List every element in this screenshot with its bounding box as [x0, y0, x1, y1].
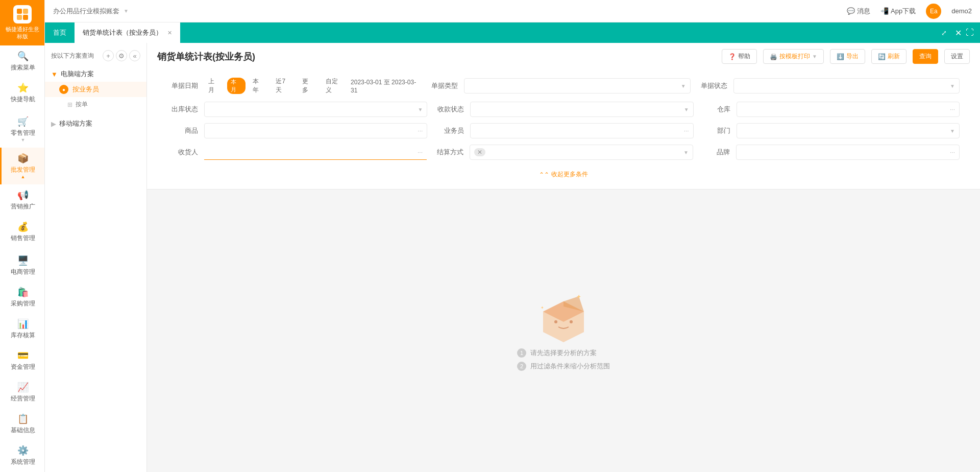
star-icon: ⭐ — [17, 82, 29, 93]
sidebar-item-search-label: 搜索菜单 — [11, 63, 35, 72]
user-avatar[interactable]: Ea — [926, 4, 941, 19]
query-btn[interactable]: 查询 — [913, 49, 938, 64]
tab-home[interactable]: 首页 — [45, 22, 75, 43]
goods-control[interactable]: ··· — [204, 123, 427, 138]
date-tab-current-month[interactable]: 本月 — [227, 78, 246, 94]
warehouse-dots: ··· — [950, 106, 955, 113]
settle-close[interactable]: ✕ — [477, 149, 482, 156]
svg-point-9 — [554, 320, 557, 323]
sidebar-item-basic-info[interactable]: 📋 基础信息 — [0, 408, 45, 440]
basic-info-icon: 📋 — [17, 413, 29, 424]
sidebar-item-sales-label: 销售管理 — [11, 234, 35, 243]
sidebar-item-quick-nav[interactable]: ⭐ 快捷导航 — [0, 77, 45, 109]
breadcrumb-chevron[interactable]: ▼ — [124, 8, 129, 14]
sidebar-item-retail-label: 零售管理 — [11, 129, 35, 137]
export-btn[interactable]: ⬇️ 导出 — [830, 49, 865, 64]
sales-stat-tab-label: 销货单统计表（按业务员） — [83, 28, 162, 37]
filter-row-2: 出库状态 ▼ 收款状态 ▼ 仓库 ··· — [167, 102, 960, 117]
tab-bar: 首页 销货单统计表（按业务员） ✕ ⤢ ✕ ⛶ — [45, 22, 980, 43]
svg-rect-3 — [23, 15, 28, 20]
doc-status-control[interactable]: ▼ — [733, 78, 960, 93]
sidebar-item-inventory[interactable]: 📊 库存核算 — [0, 313, 45, 345]
export-label: 导出 — [846, 52, 859, 61]
settle-chevron: ▼ — [683, 150, 689, 155]
sidebar-item-system[interactable]: ⚙️ 系统管理 — [0, 440, 45, 471]
sidebar: 畅捷通好生意 标版 🔍 搜索菜单 ⭐ 快捷导航 🛒 零售管理 ▼ 📦 批发管理 … — [0, 0, 45, 472]
scheme-section-mobile: ▶ 移动端方案 — [45, 114, 146, 133]
collapse-panel-btn[interactable]: « — [129, 50, 140, 61]
sidebar-item-sales[interactable]: 💰 销售管理 — [0, 216, 45, 248]
help-label: 帮助 — [738, 52, 750, 61]
scheme-group-mobile[interactable]: ▶ 移动端方案 — [45, 116, 146, 131]
tab-close-icon[interactable]: ✕ — [167, 30, 172, 36]
sidebar-item-wholesale[interactable]: 📦 批发管理 ▲ — [0, 148, 45, 184]
help-btn[interactable]: ❓ 帮助 — [722, 49, 757, 64]
tab-expand-btn[interactable]: ⤢ — [935, 29, 953, 37]
refresh-btn[interactable]: 🔄 刷新 — [871, 49, 906, 64]
date-label: 单据日期 — [167, 81, 198, 90]
collect-status-label: 收款状态 — [433, 105, 464, 114]
filter-area: 单据日期 上月 本月 本年 近7天 更多 自定义 2023-03-01 至 20… — [157, 70, 970, 189]
consignee-control[interactable]: ··· — [204, 145, 427, 160]
date-tab-current-year[interactable]: 本年 — [249, 76, 268, 96]
scheme-group-desktop[interactable]: ▼ 电脑端方案 — [45, 66, 146, 82]
settings-scheme-btn[interactable]: ⚙ — [116, 50, 127, 61]
empty-text-group: 1 请先选择要分析的方案 2 用过滤条件来缩小分析范围 — [517, 348, 610, 371]
doc-type-label: 单据类型 — [427, 81, 458, 90]
print-btn[interactable]: 🖨️ 按模板打印 ▼ — [763, 49, 824, 64]
page-title: 销货单统计表(按业务员) — [157, 51, 255, 63]
by-staff-label: 按业务员 — [72, 85, 99, 94]
page-actions: ❓ 帮助 🖨️ 按模板打印 ▼ ⬇️ 导出 � — [722, 49, 970, 64]
svg-rect-2 — [17, 15, 22, 20]
sidebar-item-operations[interactable]: 📈 经营管理 — [0, 376, 45, 408]
collapse-btn[interactable]: ⌃⌃ 收起更多条件 — [533, 168, 594, 181]
wholesale-icon: 📦 — [17, 153, 29, 164]
doc-type-control[interactable]: ▼ — [464, 78, 690, 93]
by-staff-icon: ● — [59, 85, 68, 94]
tab-bar-fullscreen-icon[interactable]: ⛶ — [966, 28, 974, 38]
sidebar-item-basic-info-label: 基础信息 — [11, 426, 35, 435]
warehouse-control[interactable]: ··· — [737, 102, 960, 117]
sidebar-item-marketing[interactable]: 📢 营销推广 — [0, 184, 45, 216]
out-status-label: 出库状态 — [167, 105, 198, 114]
sidebar-item-purchase[interactable]: 🛍️ 采购管理 — [0, 281, 45, 313]
date-tab-last-7[interactable]: 近7天 — [272, 76, 295, 96]
brand-control[interactable]: ··· — [736, 145, 960, 160]
right-panel: 销货单统计表(按业务员) ❓ 帮助 🖨️ 按模板打印 ▼ ⬇️ — [147, 43, 980, 472]
collect-status-chevron: ▼ — [684, 107, 689, 112]
top-header-left: 办公用品行业模拟账套 ▼ — [53, 7, 129, 16]
top-header: 办公用品行业模拟账套 ▼ 💬 消息 📲 App下载 Ea demo2 — [45, 0, 980, 22]
sidebar-item-retail[interactable]: 🛒 零售管理 ▼ — [0, 111, 45, 148]
svg-rect-1 — [23, 9, 28, 14]
page-title-row: 销货单统计表(按业务员) ❓ 帮助 🖨️ 按模板打印 ▼ ⬇️ — [157, 49, 970, 64]
scheme-section-desktop: ▼ 电脑端方案 ● 按业务员 ⊞ 按单 — [45, 64, 146, 114]
settle-control[interactable]: ✕ ▼ — [470, 145, 693, 160]
sidebar-item-marketing-label: 营销推广 — [11, 202, 35, 211]
search-icon: 🔍 — [17, 51, 29, 62]
dept-control[interactable]: ▼ — [737, 123, 960, 138]
tab-sales-stat[interactable]: 销货单统计表（按业务员） ✕ — [75, 22, 180, 43]
purchase-icon: 🛍️ — [17, 287, 29, 298]
date-tab-custom[interactable]: 自定义 — [322, 76, 348, 96]
staff-control[interactable]: ··· — [470, 123, 693, 138]
message-action[interactable]: 💬 消息 — [847, 7, 870, 16]
collect-status-control[interactable]: ▼ — [470, 102, 693, 117]
scheme-item-by-staff[interactable]: ● 按业务员 — [45, 82, 146, 97]
out-status-control[interactable]: ▼ — [204, 102, 427, 117]
settings-filter-btn[interactable]: 设置 — [944, 49, 970, 64]
app-download-action[interactable]: 📲 App下载 — [880, 7, 916, 16]
sidebar-item-finance[interactable]: 💳 资金管理 — [0, 345, 45, 376]
date-range: 2023-03-01 至 2023-03-31 — [351, 78, 421, 94]
add-scheme-btn[interactable]: + — [103, 50, 114, 61]
username[interactable]: demo2 — [951, 7, 972, 15]
sidebar-item-ecommerce[interactable]: 🖥️ 电商管理 — [0, 250, 45, 281]
sidebar-item-search[interactable]: 🔍 搜索菜单 — [0, 45, 45, 77]
tab-bar-close-icon[interactable]: ✕ — [955, 28, 962, 38]
date-tab-last-month[interactable]: 上月 — [204, 76, 224, 96]
system-icon: ⚙️ — [17, 445, 29, 456]
consignee-dots: ··· — [418, 149, 423, 156]
date-tab-more[interactable]: 更多 — [298, 76, 318, 96]
sidebar-item-operations-label: 经营管理 — [11, 394, 35, 403]
scheme-sub-by-order[interactable]: ⊞ 按单 — [45, 97, 146, 112]
brand-dots: ··· — [950, 149, 955, 156]
